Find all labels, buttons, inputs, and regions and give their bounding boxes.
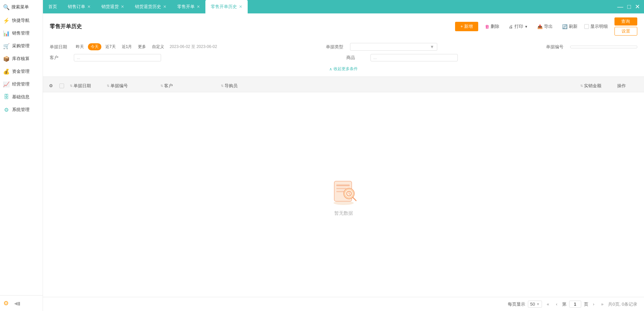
close-window-button[interactable]: ✕: [635, 3, 640, 10]
svg-line-7: [353, 197, 356, 201]
svg-rect-3: [336, 188, 346, 189]
page-total: 共0页, 0条记录: [608, 301, 637, 307]
tab-sales-return-history-label: 销货退货历史: [135, 4, 161, 10]
table-settings-icon[interactable]: ⚙: [49, 83, 53, 88]
th-client[interactable]: ⇅ 客户: [158, 83, 218, 89]
print-button[interactable]: 🖨 打印 ▼: [506, 22, 531, 31]
sidebar-item-label: 快捷导航: [12, 17, 30, 23]
th-date[interactable]: ⇅ 单据日期: [67, 83, 104, 89]
pagination: 每页显示 50 ▼ « ‹ 第 页 › » 共0页, 0条记录: [43, 297, 644, 311]
collapse-sidebar-icon[interactable]: ◀▮: [14, 301, 20, 306]
search-icon: 🔍: [3, 4, 9, 10]
th-checkbox[interactable]: [56, 84, 67, 88]
collapse-filter-bar[interactable]: ∧ 收起更多条件: [50, 65, 637, 73]
inventory-icon: 📦: [3, 56, 9, 62]
display-detail-toggle[interactable]: 显示明细: [584, 23, 608, 30]
type-filter-select[interactable]: ▼: [350, 43, 437, 51]
type-filter-label: 单据类型: [326, 44, 345, 50]
sidebar-item-purchase-mgmt[interactable]: 🛒 采购管理: [0, 40, 43, 52]
goods-filter-label: 商品: [346, 55, 365, 61]
th-number[interactable]: ⇅ 单据编号: [104, 83, 158, 89]
sidebar-item-sys-mgmt[interactable]: ⚙ 系统管理: [0, 103, 43, 116]
th-date-sort-icon: ⇅: [70, 84, 72, 88]
quick-nav-icon: ⚡: [3, 17, 9, 23]
prev-page-button[interactable]: ‹: [554, 301, 559, 307]
goods-filter-input[interactable]: ...: [370, 54, 458, 61]
date-btn-custom[interactable]: 自定义: [150, 43, 166, 50]
delete-button[interactable]: 🗑 删除: [482, 22, 502, 31]
tab-sales-return-history[interactable]: 销货退货历史 ✕: [130, 0, 172, 13]
tab-retail-open-close[interactable]: ✕: [197, 4, 200, 9]
tab-sales-order-label: 销售订单: [68, 4, 85, 10]
export-icon: 📤: [537, 24, 543, 29]
sys-mgmt-icon: ⚙: [3, 107, 9, 113]
sidebar: 🔍 搜索菜单 ⚡ 快捷导航 📊 销售管理 🛒 采购管理 📦 库存核算 💰 资金管…: [0, 0, 43, 311]
select-all-checkbox[interactable]: [59, 84, 64, 88]
tab-retail-open[interactable]: 零售开单 ✕: [172, 0, 205, 13]
settings-button[interactable]: 设置: [614, 27, 637, 36]
client-filter-input[interactable]: ...: [74, 54, 161, 61]
tab-retail-history[interactable]: 零售开单历史 ✕: [205, 0, 248, 13]
th-amount[interactable]: ⇅ 实销金额: [578, 83, 614, 89]
sidebar-bottom: ⚙ ◀▮: [0, 295, 43, 311]
number-filter-input[interactable]: [570, 46, 637, 48]
svg-rect-2: [336, 185, 350, 186]
maximize-button[interactable]: □: [627, 3, 631, 10]
minimize-button[interactable]: —: [617, 3, 623, 10]
page-header: 零售开单历史 + 新增 🗑 删除 🖨 打印 ▼ 📤 导出: [43, 13, 644, 77]
checkbox-display-detail[interactable]: [584, 24, 589, 29]
page-input[interactable]: [569, 301, 581, 308]
tab-sales-order[interactable]: 销售订单 ✕: [62, 0, 96, 13]
tab-sales-return-history-close[interactable]: ✕: [163, 4, 166, 9]
tab-sales-return-close[interactable]: ✕: [121, 4, 124, 9]
sidebar-item-business[interactable]: 📈 经营管理: [0, 78, 43, 91]
add-button[interactable]: + 新增: [455, 22, 478, 31]
sidebar-search[interactable]: 🔍 搜索菜单: [0, 0, 43, 14]
date-btn-yesterday[interactable]: 昨天: [74, 43, 86, 50]
sidebar-item-label: 库存核算: [12, 56, 30, 62]
first-page-button[interactable]: «: [545, 301, 551, 307]
sidebar-item-base-info[interactable]: 🗄 基础信息: [0, 91, 43, 103]
toolbar: + 新增 🗑 删除 🖨 打印 ▼ 📤 导出 🔄: [455, 17, 637, 36]
tabbar: 首页 销售订单 ✕ 销货退货 ✕ 销货退货历史 ✕ 零售开单 ✕ 零售开单历史 …: [43, 0, 644, 13]
date-btn-more[interactable]: 更多: [136, 43, 148, 50]
goods-dots: ...: [374, 55, 377, 60]
next-page-button[interactable]: ›: [591, 301, 596, 307]
refresh-icon: 🔄: [562, 24, 567, 29]
th-op: 操作: [614, 83, 641, 89]
tab-sales-return-label: 销货退货: [101, 4, 119, 10]
th-guide-sort-icon: ⇅: [221, 84, 224, 88]
settings-bottom-icon[interactable]: ⚙: [3, 300, 9, 307]
th-amount-sort-icon: ⇅: [580, 84, 583, 88]
query-settings-group: 查询 设置: [614, 17, 637, 36]
tab-home[interactable]: 首页: [43, 0, 62, 13]
date-buttons: 昨天 今天 近7天 近1月 更多 自定义 2023-06-02 至 2023-0…: [74, 43, 217, 50]
sidebar-item-label: 系统管理: [12, 107, 30, 113]
type-select-arrow: ▼: [430, 44, 434, 49]
sidebar-item-inventory[interactable]: 📦 库存核算: [0, 52, 43, 65]
th-settings[interactable]: ⚙: [46, 83, 56, 88]
export-button[interactable]: 📤 导出: [535, 22, 555, 31]
collapse-icon: ∧: [329, 67, 332, 71]
sidebar-item-finance[interactable]: 💰 资金管理: [0, 65, 43, 78]
query-button[interactable]: 查询: [614, 17, 637, 25]
per-page-select[interactable]: 50 ▼: [528, 301, 542, 308]
tab-retail-open-label: 零售开单: [177, 4, 195, 10]
tab-sales-return[interactable]: 销货退货 ✕: [96, 0, 130, 13]
last-page-button[interactable]: »: [599, 301, 605, 307]
refresh-button[interactable]: 🔄 刷新: [559, 22, 580, 31]
tab-sales-order-close[interactable]: ✕: [87, 4, 91, 9]
sidebar-item-sales-mgmt[interactable]: 📊 销售管理: [0, 27, 43, 40]
date-btn-today[interactable]: 今天: [88, 43, 101, 50]
sidebar-item-quick-nav[interactable]: ⚡ 快捷导航: [0, 14, 43, 27]
tab-retail-history-close[interactable]: ✕: [239, 4, 242, 9]
sidebar-item-label: 采购管理: [12, 43, 30, 49]
page-suffix: 页: [584, 301, 588, 307]
date-btn-1month[interactable]: 近1月: [120, 43, 134, 50]
svg-point-0: [334, 201, 354, 205]
th-guide[interactable]: ⇅ 导购员: [218, 83, 252, 89]
date-btn-7days[interactable]: 近7天: [103, 43, 118, 50]
per-page-label: 每页显示: [508, 301, 525, 307]
number-filter-label: 单据编号: [546, 44, 565, 50]
empty-text: 暂无数据: [334, 210, 353, 216]
